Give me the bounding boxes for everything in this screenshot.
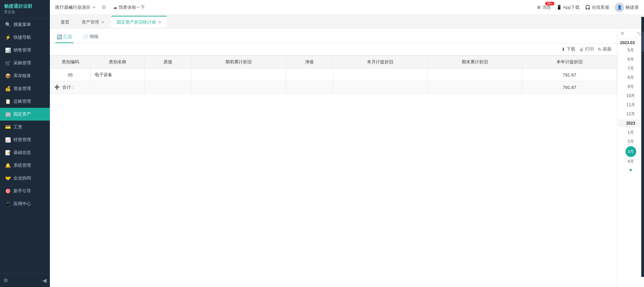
panel-close-icon[interactable]: ✕ xyxy=(620,30,624,37)
summary-current-year-depreciation: 791.67 xyxy=(522,81,617,94)
date-item-12[interactable]: 12月 xyxy=(619,109,643,119)
sidebar-item-sales[interactable]: 📊 销售管理 xyxy=(0,44,50,57)
sidebar-item-basic-info[interactable]: 📝 基础信息 xyxy=(0,146,50,159)
experience-icon: ☁ xyxy=(113,5,117,10)
col-header-period-begin-depreciation: 期初累计折旧 xyxy=(191,56,286,69)
sidebar-logo: 畅捷通好业财 xyxy=(4,3,46,9)
handshake-icon: 🤝 xyxy=(5,176,11,181)
cell-net-value xyxy=(286,69,333,81)
tab-depreciation-report[interactable]: 固定资产折旧统计表 ✕ xyxy=(111,16,167,28)
table-toolbar: ⬇ 下载 🖨 打印 ↻ 刷新 xyxy=(50,43,617,55)
sidebar-item-inventory[interactable]: 📦 库存核算 xyxy=(0,69,50,82)
sidebar-item-ledger[interactable]: 📋 总账管理 xyxy=(0,95,50,108)
sidebar-item-label: 固定资产 xyxy=(13,111,31,117)
sidebar-item-quick-nav[interactable]: ⚡ 快捷导航 xyxy=(0,31,50,44)
subtab-bar: 🔄 汇总 📄 明细 xyxy=(50,28,617,43)
date-item-6[interactable]: 6月 xyxy=(619,55,643,64)
settings-icon[interactable]: ⚙ xyxy=(3,277,8,284)
sidebar-item-label: 资金管理 xyxy=(13,86,31,92)
cell-current-year-depreciation: 791.67 xyxy=(522,69,617,81)
user-menu[interactable]: 👤 畅捷通 xyxy=(615,3,639,12)
date-item-10[interactable]: 10月 xyxy=(619,91,643,100)
print-button[interactable]: 🖨 打印 xyxy=(579,46,594,52)
sidebar-item-fixed-assets[interactable]: 🏢 固定资产 xyxy=(0,108,50,121)
target-icon: 🎯 xyxy=(5,188,11,194)
cell-current-month-depreciation xyxy=(333,69,428,81)
sidebar-nav: 🔍 搜索菜单 ⚡ 快捷导航 📊 销售管理 🛒 采购管理 📦 库存核算 💰 资金管… xyxy=(0,18,50,274)
cart-icon: 🛒 xyxy=(5,60,11,66)
date-item-8[interactable]: 8月 xyxy=(619,73,643,82)
sidebar-item-label: 搜索菜单 xyxy=(13,22,31,28)
subtab-detail[interactable]: 📄 明细 xyxy=(82,31,100,43)
date-nav-down[interactable]: ▼ xyxy=(619,166,643,174)
messages-btn[interactable]: 🖥 消息 99+ xyxy=(536,4,551,10)
right-panel-header: ✕ ⤡ xyxy=(617,28,644,39)
detail-tab-icon: 📄 xyxy=(83,34,88,39)
print-label: 打印 xyxy=(585,46,594,52)
refresh-icon: ↻ xyxy=(598,47,602,52)
sidebar-item-enterprise[interactable]: 🤝 企业协同 xyxy=(0,172,50,185)
cell-category-name: 电子设备 xyxy=(91,69,145,81)
topbar: 医疗器械行业演示 ▼ ⚙ ☁ 我要体验一下 🖥 消息 99+ 📱 App下载 🎧… xyxy=(50,0,644,15)
date-item-2023-1[interactable]: 1月 xyxy=(619,128,643,137)
messages-badge: 99+ xyxy=(545,2,554,5)
main-container: 医疗器械行业演示 ▼ ⚙ ☁ 我要体验一下 🖥 消息 99+ 📱 App下载 🎧… xyxy=(50,0,644,287)
date-item-7[interactable]: 7月 xyxy=(619,64,643,73)
tab-home[interactable]: 首页 xyxy=(55,17,75,28)
sidebar-header: 畅捷通好业财 普及版 xyxy=(0,0,50,18)
date-item-2023-4[interactable]: 4月 xyxy=(619,157,643,166)
summary-current-month-depreciation xyxy=(333,81,428,94)
dropdown-icon: ▼ xyxy=(92,5,96,9)
sidebar-footer: ⚙ ◀ xyxy=(0,274,50,287)
col-header-original-value: 原值 xyxy=(145,56,191,69)
summary-expand-icon[interactable]: ➕ xyxy=(54,85,60,90)
chart-icon: 📊 xyxy=(5,47,11,53)
company-name: 医疗器械行业演示 xyxy=(55,4,90,10)
col-header-net-value: 净值 xyxy=(286,56,333,69)
mobile-icon: 📱 xyxy=(5,201,11,206)
summary-original-value xyxy=(145,81,191,94)
sidebar-item-operations[interactable]: 📈 经营管理 xyxy=(0,133,50,146)
date-item-11[interactable]: 11月 xyxy=(619,100,643,109)
settings-gear-icon[interactable]: ⚙ xyxy=(101,4,106,10)
sidebar-item-label: 采购管理 xyxy=(13,60,31,66)
experience-btn[interactable]: ☁ 我要体验一下 xyxy=(113,4,145,10)
ledger-icon: 📋 xyxy=(5,99,11,104)
subtab-summary[interactable]: 🔄 汇总 xyxy=(55,31,73,43)
sidebar-item-finance[interactable]: 💰 资金管理 xyxy=(0,82,50,95)
download-icon: 📱 xyxy=(556,5,562,10)
cell-category-code: 05 xyxy=(50,69,91,81)
tab-depreciation-close[interactable]: ✕ xyxy=(158,20,161,25)
sidebar-item-app-center[interactable]: 📱 应用中心 xyxy=(0,197,50,210)
sidebar-item-purchase[interactable]: 🛒 采购管理 xyxy=(0,57,50,69)
customer-service-btn[interactable]: 🎧 在线客服 xyxy=(585,4,609,10)
panel-expand-icon[interactable]: ⤡ xyxy=(637,30,641,37)
date-item-2023-2[interactable]: 2月 xyxy=(619,137,643,146)
refresh-button[interactable]: ↻ 刷新 xyxy=(598,46,612,52)
company-selector[interactable]: 医疗器械行业演示 ▼ xyxy=(55,4,96,10)
col-header-current-month-depreciation: 本月计提折旧 xyxy=(333,56,428,69)
headset-icon: 🎧 xyxy=(585,5,590,10)
tab-asset-mgmt-close[interactable]: ✕ xyxy=(101,20,104,25)
tab-asset-mgmt[interactable]: 资产管理 ✕ xyxy=(76,17,110,28)
summary-row: ➕ 合计： 791.67 xyxy=(50,81,617,94)
sidebar-item-guide[interactable]: 🎯 新手引导 xyxy=(0,185,50,197)
trend-icon: 📈 xyxy=(5,137,11,142)
summary-tab-icon: 🔄 xyxy=(57,34,62,39)
sidebar-item-system[interactable]: 🔔 系统管理 xyxy=(0,159,50,172)
date-item-9[interactable]: 9月 xyxy=(619,82,643,91)
sidebar-edition: 普及版 xyxy=(4,9,46,14)
date-item-2023-3[interactable]: 3月 xyxy=(625,146,636,157)
summary-label: ➕ 合计： xyxy=(50,81,145,94)
date-item-5[interactable]: 5月 xyxy=(619,46,643,55)
collapse-icon[interactable]: ◀ xyxy=(42,277,47,284)
box-icon: 📦 xyxy=(5,73,11,78)
sidebar-item-payroll[interactable]: 💳 工资 xyxy=(0,121,50,133)
download-button[interactable]: ⬇ 下载 xyxy=(561,46,575,52)
sidebar-item-label: 企业协同 xyxy=(13,175,31,181)
summary-period-begin-depreciation xyxy=(191,81,286,94)
sidebar-item-label: 工资 xyxy=(13,124,22,130)
sidebar-item-search[interactable]: 🔍 搜索菜单 xyxy=(0,18,50,31)
app-download-btn[interactable]: 📱 App下载 xyxy=(556,4,580,10)
refresh-label: 刷新 xyxy=(603,46,612,52)
